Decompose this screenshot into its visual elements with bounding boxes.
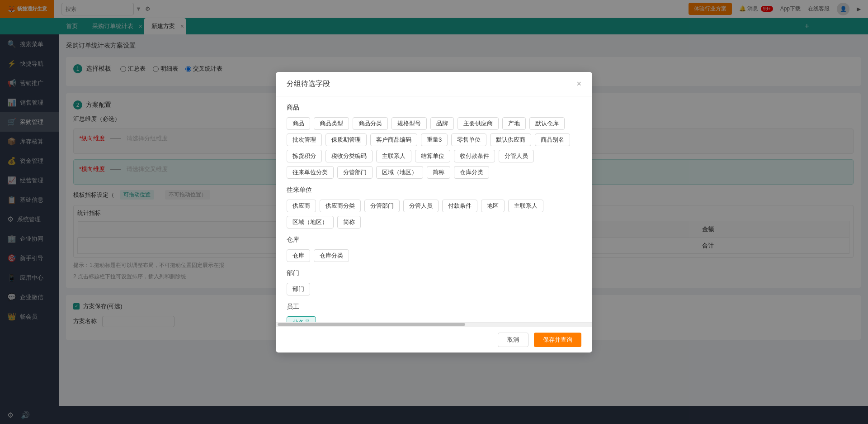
cancel-btn[interactable]: 取消: [498, 333, 528, 347]
tag-tax-code[interactable]: 税收分类编码: [326, 150, 373, 162]
section-employee-title: 员工: [287, 303, 581, 311]
hscroll-thumb[interactable]: [278, 323, 465, 326]
tag-main-contact[interactable]: 主联系人: [376, 150, 411, 162]
modal-overlay[interactable]: 分组待选字段 × 商品 商品 商品类型 商品分类 规格型号 品牌 主要供应商 产…: [0, 0, 868, 406]
tag-short-name[interactable]: 简称: [427, 166, 450, 179]
tag-weight3[interactable]: 重量3: [421, 133, 448, 146]
tag-main-contact2[interactable]: 主联系人: [508, 200, 543, 212]
modal-hscroll[interactable]: [276, 322, 592, 326]
tag-department[interactable]: 部门: [287, 283, 310, 295]
department-tags: 部门: [287, 283, 581, 295]
save-btn[interactable]: 保存并查询: [534, 333, 581, 347]
tag-supplier[interactable]: 供应商: [287, 200, 316, 212]
tag-warehouse[interactable]: 仓库: [287, 249, 310, 262]
tag-settlement-unit[interactable]: 结算单位: [415, 150, 450, 162]
modal-footer: 取消 保存并查询: [276, 327, 592, 353]
tag-manage-person[interactable]: 分管人员: [403, 200, 439, 212]
counterpart-tags: 供应商 供应商分类 分管部门 分管人员 付款条件 地区 主联系人 区域（地区） …: [287, 200, 581, 229]
product-tags: 商品 商品类型 商品分类 规格型号 品牌 主要供应商 产地 默认仓库 批次管理 …: [287, 117, 581, 179]
tag-origin[interactable]: 产地: [502, 117, 526, 130]
section-counterpart-title: 往来单位: [287, 186, 581, 194]
tag-brand[interactable]: 品牌: [430, 117, 454, 130]
modal-close-btn[interactable]: ×: [576, 79, 581, 89]
warehouse-tags: 仓库 仓库分类: [287, 249, 581, 262]
employee-tags: 业务员: [287, 316, 581, 323]
tag-region2[interactable]: 区域（地区）: [287, 216, 334, 229]
section-department-title: 部门: [287, 269, 581, 277]
tag-product-category[interactable]: 商品分类: [353, 117, 388, 130]
tag-warehouse-category[interactable]: 仓库分类: [454, 166, 489, 179]
section-product-title: 商品: [287, 104, 581, 112]
tag-salesperson[interactable]: 业务员: [287, 316, 316, 323]
tag-spec-model[interactable]: 规格型号: [392, 117, 427, 130]
tag-default-warehouse[interactable]: 默认仓库: [529, 117, 565, 130]
modal-body: 商品 商品 商品类型 商品分类 规格型号 品牌 主要供应商 产地 默认仓库 批次…: [276, 96, 592, 323]
tag-warehouse-cat[interactable]: 仓库分类: [314, 249, 349, 262]
tag-supplier-category[interactable]: 供应商分类: [320, 200, 361, 212]
tag-product[interactable]: 商品: [287, 117, 310, 130]
tag-supervisor[interactable]: 分管人员: [499, 150, 534, 162]
modal-title: 分组待选字段: [287, 79, 330, 89]
tag-product-alias[interactable]: 商品别名: [535, 133, 570, 146]
tag-product-type[interactable]: 商品类型: [314, 117, 349, 130]
tag-customer-code[interactable]: 客户商品编码: [370, 133, 417, 146]
modal-header: 分组待选字段 ×: [276, 72, 592, 96]
tag-retail-unit[interactable]: 零售单位: [451, 133, 486, 146]
tag-area[interactable]: 地区: [481, 200, 505, 212]
section-warehouse-title: 仓库: [287, 236, 581, 244]
tag-batch-management[interactable]: 批次管理: [287, 133, 322, 146]
tag-counterpart-category[interactable]: 往来单位分类: [287, 166, 334, 179]
tag-manage-dept[interactable]: 分管部门: [364, 200, 400, 212]
tag-main-supplier[interactable]: 主要供应商: [458, 117, 499, 130]
tag-dept[interactable]: 分管部门: [337, 166, 373, 179]
tag-pick-points[interactable]: 拣货积分: [287, 150, 322, 162]
tag-short-name2[interactable]: 简称: [337, 216, 361, 229]
tag-default-supplier[interactable]: 默认供应商: [490, 133, 531, 146]
modal: 分组待选字段 × 商品 商品 商品类型 商品分类 规格型号 品牌 主要供应商 产…: [276, 72, 592, 353]
tag-region[interactable]: 区域（地区）: [376, 166, 423, 179]
tag-payment-terms[interactable]: 收付款条件: [454, 150, 495, 162]
tag-shelf-life[interactable]: 保质期管理: [326, 133, 367, 146]
tag-payment-condition[interactable]: 付款条件: [442, 200, 477, 212]
